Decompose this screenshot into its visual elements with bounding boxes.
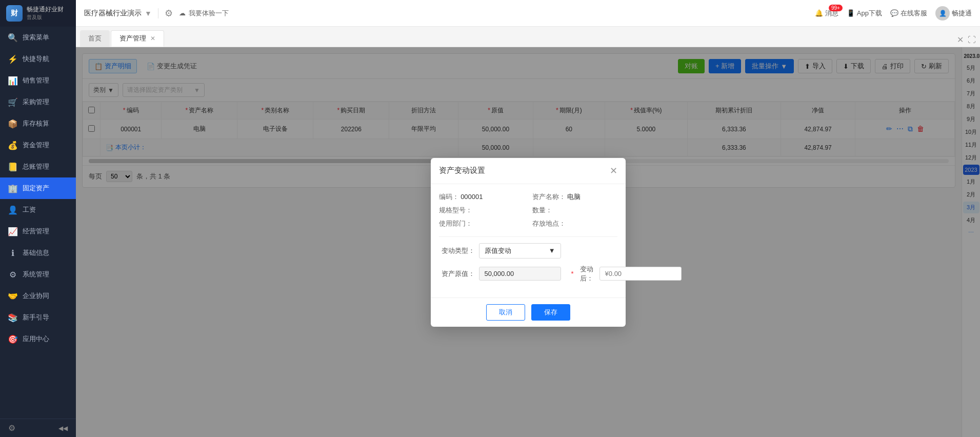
modal-footer: 取消 保存 xyxy=(431,297,626,327)
modal-asset-name-value: 电脑 xyxy=(567,193,581,201)
modal-body: 编码： 000001 资产名称： 电脑 规格型号： 数量： xyxy=(431,184,626,297)
guide-icon: 📚 xyxy=(8,313,17,322)
sidebar-item-label: 工资 xyxy=(23,205,36,214)
sidebar-item-label: 采购管理 xyxy=(23,97,49,107)
sidebar-item-system[interactable]: ⚙ 系统管理 xyxy=(0,264,76,285)
modal-quantity-item: 数量： xyxy=(532,206,617,215)
notification-btn[interactable]: 🔔 消息 99+ xyxy=(815,9,838,18)
sidebar-item-search[interactable]: 🔍 搜索菜单 xyxy=(0,27,76,48)
sidebar-item-label: 新手引导 xyxy=(23,313,49,322)
save-button[interactable]: 保存 xyxy=(531,304,570,321)
search-icon: 🔍 xyxy=(8,33,17,42)
inventory-icon: 📦 xyxy=(8,119,17,128)
modal-change-type-value: 原值变动 xyxy=(485,246,511,255)
modal-change-type-field: 变动类型： 原值变动 ▼ xyxy=(439,243,617,259)
sidebar-item-operations[interactable]: 📈 经营管理 xyxy=(0,221,76,242)
basic-info-icon: ℹ xyxy=(8,248,17,257)
sidebar-item-label: 经营管理 xyxy=(23,227,49,236)
sidebar-item-salary[interactable]: 👤 工资 xyxy=(0,199,76,221)
main-area: 医疗器械行业演示 ▼ ⚙ ☁ 我要体验一下 🔔 消息 99+ 📱 App下载 💬… xyxy=(76,0,980,437)
sidebar-item-guide[interactable]: 📚 新手引导 xyxy=(0,307,76,328)
sidebar-item-label: 企业协同 xyxy=(23,291,49,301)
modal-department-item: 使用部门： xyxy=(439,219,524,228)
sidebar-item-sales[interactable]: 📊 销售管理 xyxy=(0,70,76,91)
sidebar-item-label: 系统管理 xyxy=(23,270,49,279)
modal-spec-label: 规格型号： xyxy=(439,206,472,214)
sidebar-item-inventory[interactable]: 📦 库存核算 xyxy=(0,113,76,134)
sidebar-item-label: 固定资产 xyxy=(23,184,49,193)
sidebar-item-finance[interactable]: 💰 资金管理 xyxy=(0,134,76,156)
topbar-divider xyxy=(158,8,158,18)
modal-code-value: 000001 xyxy=(461,193,483,201)
user-menu[interactable]: 👤 畅捷通 xyxy=(935,6,972,21)
notification-icon: 🔔 xyxy=(815,9,823,17)
modal-asset-name-label: 资产名称： xyxy=(532,193,566,201)
app-download-btn[interactable]: 📱 App下载 xyxy=(847,9,882,18)
cancel-button[interactable]: 取消 xyxy=(486,304,525,321)
modal-title: 资产变动设置 xyxy=(439,166,485,175)
sidebar-item-label: 资金管理 xyxy=(23,141,49,150)
sidebar-item-label: 搜索菜单 xyxy=(23,33,49,42)
app-download-label: App下载 xyxy=(857,9,882,18)
sidebar-item-basic-info[interactable]: ℹ 基础信息 xyxy=(0,242,76,264)
sidebar-item-apps[interactable]: 🎯 应用中心 xyxy=(0,328,76,350)
sidebar-item-label: 快捷导航 xyxy=(23,54,49,64)
modal-after-change-label: 变动后： xyxy=(580,265,593,283)
collapse-icon[interactable]: ◀◀ xyxy=(58,425,68,432)
sidebar-item-purchase[interactable]: 🛒 采购管理 xyxy=(0,91,76,113)
avatar: 👤 xyxy=(935,6,950,21)
modal-close-icon[interactable]: ✕ xyxy=(610,165,617,176)
sidebar-item-label: 应用中心 xyxy=(23,334,49,344)
experience-icon: ☁ xyxy=(179,9,186,17)
modal-spec-item: 规格型号： xyxy=(439,206,524,215)
tab-home-label: 首页 xyxy=(88,34,102,43)
user-name: 畅捷通 xyxy=(952,9,972,18)
settings-icon[interactable]: ⚙ xyxy=(165,8,173,19)
content-area: 📋 资产明细 📄 变更生成凭证 对账 + 新增 xyxy=(76,47,980,437)
tab-fullscreen-icon[interactable]: ⛶ xyxy=(968,35,976,45)
service-label: 在线客服 xyxy=(901,9,927,18)
tab-asset-management[interactable]: 资产管理 ✕ xyxy=(111,30,164,47)
tab-home[interactable]: 首页 xyxy=(80,30,110,47)
enterprise-icon: 🤝 xyxy=(8,291,17,301)
notification-badge: 99+ xyxy=(829,5,843,11)
service-icon: 💬 xyxy=(890,9,898,17)
app-logo: 财 xyxy=(6,5,23,22)
fixed-assets-icon: 🏢 xyxy=(8,184,17,193)
modal-department-label: 使用部门： xyxy=(439,220,472,227)
finance-icon: 💰 xyxy=(8,141,17,150)
topbar: 医疗器械行业演示 ▼ ⚙ ☁ 我要体验一下 🔔 消息 99+ 📱 App下载 💬… xyxy=(76,0,980,27)
modal-change-type-label: 变动类型： xyxy=(439,246,475,255)
sidebar-item-enterprise[interactable]: 🤝 企业协同 xyxy=(0,285,76,307)
app-title: 畅捷通好业财 普及版 xyxy=(27,6,64,21)
modal-change-type-select[interactable]: 原值变动 ▼ xyxy=(479,243,561,259)
modal-after-change-input[interactable] xyxy=(599,267,682,281)
quicknav-icon: ⚡ xyxy=(8,54,17,64)
sidebar-item-ledger[interactable]: 📒 总账管理 xyxy=(0,156,76,177)
modal-code-label: 编码： xyxy=(439,193,459,201)
company-selector[interactable]: 医疗器械行业演示 ▼ xyxy=(84,9,152,18)
settings-bottom-icon[interactable]: ⚙ xyxy=(8,423,15,433)
operations-icon: 📈 xyxy=(8,227,17,236)
tab-close-all-icon[interactable]: ✕ xyxy=(957,35,964,45)
apps-icon: 🎯 xyxy=(8,334,17,344)
tab-close-icon[interactable]: ✕ xyxy=(150,35,155,42)
sidebar: 财 畅捷通好业财 普及版 🔍 搜索菜单 ⚡ 快捷导航 📊 销售管理 🛒 采购管理… xyxy=(0,0,76,437)
sidebar-item-label: 基础信息 xyxy=(23,248,49,257)
modal-location-label: 存放地点： xyxy=(532,220,566,227)
app-download-icon: 📱 xyxy=(847,9,855,17)
sidebar-item-fixed-assets[interactable]: 🏢 固定资产 xyxy=(0,177,76,199)
modal-location-item: 存放地点： xyxy=(532,219,617,228)
modal-code-item: 编码： 000001 xyxy=(439,192,524,202)
experience-text: 我要体验一下 xyxy=(189,9,229,18)
modal-required-star: * xyxy=(571,270,574,277)
sidebar-item-label: 销售管理 xyxy=(23,76,49,85)
service-btn[interactable]: 💬 在线客服 xyxy=(890,9,927,18)
sidebar-item-label: 库存核算 xyxy=(23,119,49,128)
sidebar-item-quicknav[interactable]: ⚡ 快捷导航 xyxy=(0,48,76,70)
modal-info-grid: 编码： 000001 资产名称： 电脑 规格型号： 数量： xyxy=(439,192,617,228)
experience-btn[interactable]: ☁ 我要体验一下 xyxy=(179,9,229,18)
modal-divider xyxy=(439,236,617,237)
sidebar-item-label: 总账管理 xyxy=(23,162,49,171)
topbar-right: 🔔 消息 99+ 📱 App下载 💬 在线客服 👤 畅捷通 xyxy=(815,6,972,21)
